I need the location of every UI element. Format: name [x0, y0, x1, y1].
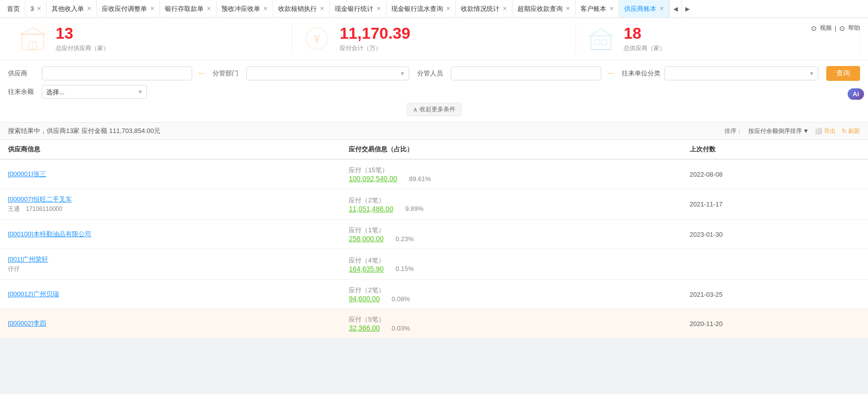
dept-filter-select[interactable]	[246, 66, 409, 80]
nav-tab-supplier-ledger[interactable]: 供应商账本 ✕	[619, 0, 669, 18]
money-icon: ¥	[302, 24, 332, 54]
payable-percent: 0.15%	[395, 265, 414, 272]
table-row: [000012]广州贝瑞 应付（2笔） 94,600.00 0.08% 2021…	[0, 280, 868, 309]
supplier-link[interactable]: [000012]广州贝瑞	[8, 290, 349, 299]
svg-rect-8	[602, 40, 607, 45]
video-link[interactable]: 视频	[820, 24, 832, 32]
payable-note: 应付（2笔）	[349, 196, 689, 205]
nav-tab-bank-deposit[interactable]: 银行存取款单 ✕	[160, 0, 217, 18]
nav-tab-overdue-ar[interactable]: 超期应收款查询 ✕	[512, 0, 576, 18]
payable-amount[interactable]: 32,366.00	[349, 324, 379, 332]
payable-amount[interactable]: 258,000.00	[349, 235, 383, 243]
close-tab-other-income[interactable]: ✕	[87, 5, 91, 12]
sort-by-amount-label: 按应付余额倒序排序	[748, 127, 802, 135]
export-button[interactable]: ⬜ 导出	[815, 127, 836, 135]
sort-area: 排序： 按应付余额倒序排序 ▼ ⬜ 导出 ↻ 刷新	[724, 127, 860, 135]
table-header: 供应商信息 应付交易信息（占比） 上次付数	[0, 140, 868, 160]
close-tab-3[interactable]: ✕	[37, 5, 41, 12]
nav-tab-ar-ap-adjust[interactable]: 应收应付调整单 ✕	[97, 0, 160, 18]
payable-note: 应付（15笔）	[349, 166, 689, 175]
close-tab-prepay[interactable]: ✕	[263, 5, 268, 12]
top-navigation: 首页 3 ✕ 其他收入单 ✕ 应收应付调整单 ✕ 银行存取款单 ✕ 预收冲应收单…	[0, 0, 868, 18]
supplier-link[interactable]: [000002]李四	[8, 319, 349, 328]
supplier-filter-input[interactable]	[42, 66, 192, 80]
category-filter-item: 往来单位分类 ▼	[622, 66, 818, 80]
summary-bar: 13 总应付供应商（家） ¥ 11,170.39 应付合计（万）	[0, 18, 868, 60]
close-tab-payment-verify[interactable]: ✕	[320, 5, 324, 12]
dept-select-wrapper: ▼	[246, 66, 409, 80]
header-last-payment: 上次付数	[690, 145, 860, 154]
close-tab-cash-stat[interactable]: ✕	[376, 5, 381, 12]
nav-tab-payment-stat[interactable]: 收款情况统计 ✕	[456, 0, 512, 18]
help-circle-icon: ⊙	[839, 24, 845, 32]
sort-by-amount[interactable]: 按应付余额倒序排序 ▼	[748, 127, 809, 135]
svg-text:¥: ¥	[314, 33, 320, 45]
dept-filter-item: 分管部门 ▼	[213, 66, 409, 80]
svg-rect-7	[595, 40, 600, 45]
nav-tab-customer-ledger[interactable]: 客户账本 ✕	[576, 0, 619, 18]
payable-amount[interactable]: 11,051,486.00	[349, 205, 393, 213]
close-tab-customer[interactable]: ✕	[609, 5, 614, 12]
payable-total-number: 11,170.39	[340, 25, 410, 42]
person-filter-input[interactable]	[451, 66, 601, 80]
payable-info-cell: 应付（2笔） 94,600.00 0.08%	[349, 286, 689, 303]
supplier-link[interactable]: [000100]本特勤油品有限公司	[8, 230, 349, 239]
supplier-link[interactable]: [000001]张三	[8, 170, 349, 179]
payable-percent: 0.08%	[392, 295, 410, 303]
payable-percent: 9.89%	[405, 205, 424, 212]
nav-tab-other-income[interactable]: 其他收入单 ✕	[47, 0, 97, 18]
payable-amount[interactable]: 94,600.00	[349, 295, 379, 303]
refresh-icon: ↻	[842, 128, 847, 134]
balance-filter-select[interactable]: 选择...	[42, 85, 147, 99]
total-suppliers-number: 18	[624, 25, 665, 42]
filter-area: 供应商 ··· 分管部门 ▼ 分管人员 ··· 往来单位分类	[0, 60, 868, 123]
nav-next-arrow[interactable]: ▶	[681, 0, 693, 18]
nav-tab-cash-bank-flow[interactable]: 现金银行流水查询 ✕	[386, 0, 456, 18]
filter-row-2: 往来余额 选择... ▼	[8, 85, 860, 99]
last-payment-cell: 2021-03-25	[690, 291, 860, 298]
payable-total-label: 应付合计（万）	[340, 44, 410, 53]
table-row: [000002]李四 应付（5笔） 32,366.00 0.03% 2020-1…	[0, 309, 868, 338]
payable-amount[interactable]: 164,635.90	[349, 265, 383, 273]
close-tab-ar-ap[interactable]: ✕	[150, 5, 154, 12]
help-link[interactable]: 帮助	[848, 24, 860, 32]
supplier-info-cell: [000007]恒旺二手叉车 王通 17106110000	[8, 195, 349, 213]
supplier-info-cell: [000012]广州贝瑞	[8, 290, 349, 299]
close-tab-cash-flow[interactable]: ✕	[446, 5, 450, 12]
last-payment-date: 2021-11-17	[690, 200, 860, 208]
last-payment-cell: 2022-08-08	[690, 171, 860, 178]
close-tab-supplier[interactable]: ✕	[659, 5, 664, 12]
ai-assistant-button[interactable]: Ai	[848, 88, 864, 100]
table-row: [001]广州荣轩 仔仔 应付（4笔） 164,635.90 0.15%	[0, 249, 868, 280]
nav-tab-3[interactable]: 3 ✕	[25, 0, 47, 18]
payable-info-cell: 应付（5笔） 32,366.00 0.03%	[349, 315, 689, 332]
supplier-icon	[18, 24, 48, 54]
supplier-info-cell: [001]广州荣轩 仔仔	[8, 255, 349, 273]
nav-tab-home[interactable]: 首页	[2, 0, 25, 18]
close-tab-payment-stat[interactable]: ✕	[503, 5, 507, 12]
refresh-button[interactable]: ↻ 刷新	[842, 127, 860, 135]
payable-total-content: 11,170.39 应付合计（万）	[340, 25, 410, 53]
supplier-filter-label: 供应商	[8, 69, 38, 78]
last-payment-date: 2020-11-20	[690, 320, 860, 328]
close-tab-overdue[interactable]: ✕	[566, 5, 570, 12]
collapse-button[interactable]: ∧ 收起更多条件	[407, 103, 462, 116]
last-payment-date: 2021-03-25	[690, 291, 860, 298]
nav-tab-payment-verify[interactable]: 收款核销执行 ✕	[273, 0, 330, 18]
payable-percent: 89.61%	[409, 175, 431, 183]
person-dots-btn[interactable]: ···	[607, 69, 614, 78]
supplier-link[interactable]: [000007]恒旺二手叉车	[8, 195, 349, 204]
category-filter-select[interactable]	[664, 66, 818, 80]
payable-amount[interactable]: 100,092,540.00	[349, 175, 397, 183]
nav-tab-prepay-ar[interactable]: 预收冲应收单 ✕	[217, 0, 273, 18]
chevron-up-icon: ∧	[413, 106, 418, 113]
nav-prev-arrow[interactable]: ◀	[669, 0, 681, 18]
search-button[interactable]: 查询	[826, 66, 860, 81]
close-tab-bank[interactable]: ✕	[207, 5, 211, 12]
supplier-dots-btn[interactable]: ···	[198, 69, 205, 78]
payable-suppliers-label: 总应付供应商（家）	[56, 44, 109, 53]
supplier-link[interactable]: [001]广州荣轩	[8, 255, 349, 264]
nav-tab-cash-bank-stat[interactable]: 现金银行统计 ✕	[330, 0, 386, 18]
payable-note: 应付（4笔）	[349, 256, 689, 265]
export-icon: ⬜	[815, 128, 822, 134]
